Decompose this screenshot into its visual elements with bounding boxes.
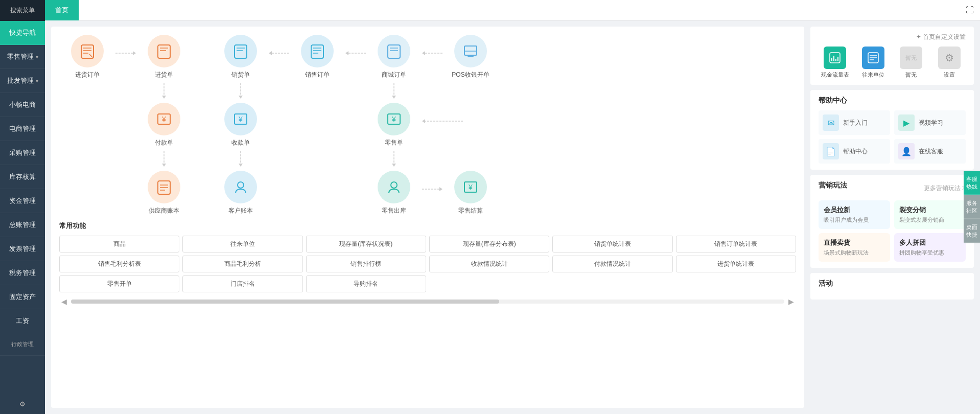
sidebar-nav-item[interactable]: 快捷导航 — [0, 21, 45, 45]
help-center: 帮助中心 ✉ 新手入门 ▶ 视频学习 📄 帮助中心 👤 在线客服 — [810, 90, 974, 170]
beginner-icon: ✉ — [823, 114, 839, 131]
video-icon: ▶ — [898, 114, 915, 131]
sidebar-item-purchase[interactable]: 采购管理 — [0, 141, 45, 165]
node-sales-order[interactable]: 销售订单 — [289, 35, 345, 79]
shortcut-parties[interactable]: 往来单位 — [857, 47, 890, 79]
func-btn-store-rank[interactable]: 门店排名 — [182, 275, 302, 292]
node-purchase-bill[interactable]: 进货单 — [136, 35, 192, 79]
func-btn-goods[interactable]: 商品 — [59, 236, 179, 252]
node-receipt[interactable]: ¥ 收款单 — [213, 103, 269, 147]
func-btn-sales-stat[interactable]: 销货单统计表 — [552, 236, 672, 252]
sidebar-item-ecommerce-small[interactable]: 小畅电商 — [0, 93, 45, 117]
node-payment[interactable]: ¥ 付款单 — [136, 103, 192, 147]
sidebar-item-wholesale[interactable]: 批发管理▾ — [0, 69, 45, 93]
arrow-left-2 — [345, 49, 366, 57]
quick-shortcuts: ✦ 首页自定义设置 现金流量表 往来单位 暂无 — [810, 27, 974, 85]
node-purchase-order[interactable]: 进货订单 — [59, 35, 115, 79]
floating-buttons: 客服热线 服务社区 桌面快捷 — [964, 171, 980, 243]
shortcut-settings[interactable]: ⚙ 设置 — [933, 47, 966, 79]
sidebar-item-finance[interactable]: 资金管理 — [0, 189, 45, 213]
func-btn-sales-rank[interactable]: 销售排行榜 — [306, 256, 426, 272]
more-marketing-link[interactable]: 更多营销玩法 > — [924, 184, 966, 193]
node-retail-order[interactable]: ¥ 零售单 — [366, 103, 422, 147]
shortcut-none[interactable]: 暂无 暂无 — [895, 47, 928, 79]
svg-marker-41 — [422, 119, 425, 123]
sidebar-item-retail[interactable]: 零售管理▾ — [0, 45, 45, 69]
svg-text:¥: ¥ — [238, 115, 243, 123]
func-btn-guide-rank[interactable]: 导购排名 — [306, 275, 426, 292]
node-customer-account[interactable]: 客户账本 — [213, 171, 269, 215]
help-item-video[interactable]: ▶ 视频学习 — [894, 110, 966, 135]
left-panel: 进货订单 进货单 — [51, 27, 804, 408]
help-item-beginner[interactable]: ✉ 新手入门 — [819, 110, 890, 135]
help-item-chat[interactable]: 👤 在线客服 — [894, 139, 966, 164]
parties-icon — [862, 47, 884, 69]
marketing-item-group[interactable]: 多人拼团 拼团购物享受优惠 — [894, 233, 966, 262]
chevron-down-icon: ▾ — [36, 78, 38, 84]
scroll-left-arrow[interactable]: ◀ — [59, 296, 69, 307]
topbar: 首页 ⛶ — [45, 0, 980, 20]
svg-rect-20 — [388, 45, 400, 58]
node-pos[interactable]: POS收银开单 — [442, 35, 499, 79]
marketing-section: 营销玩法 更多营销玩法 > 会员拉新 吸引用户成为会员 裂变分销 裂变式发展分销… — [810, 175, 974, 268]
svg-point-53 — [391, 182, 397, 188]
marketing-header: 营销玩法 更多营销玩法 > — [819, 181, 966, 195]
sidebar-item-assets[interactable]: 固定资产 — [0, 285, 45, 309]
func-btn-payment-stat[interactable]: 付款情况统计 — [552, 256, 672, 272]
shortcuts-header: ✦ 首页自定义设置 — [819, 33, 966, 41]
sidebar-item-salary[interactable]: 工资 — [0, 309, 45, 333]
scroll-right-arrow[interactable]: ▶ — [786, 296, 796, 307]
node-mall-order[interactable]: 商城订单 — [366, 35, 422, 79]
svg-marker-45 — [239, 164, 243, 167]
func-btn-retail-order[interactable]: 零售开单 — [59, 275, 179, 292]
marketing-item-member[interactable]: 会员拉新 吸引用户成为会员 — [819, 200, 890, 229]
scrollbar[interactable]: ◀ ▶ — [59, 296, 796, 307]
func-btn-parties[interactable]: 往来单位 — [182, 236, 302, 252]
sidebar-item-unknown[interactable]: 行政管理 — [0, 333, 45, 356]
sidebar-item-inventory[interactable]: 库存核算 — [0, 165, 45, 189]
activity-title: 活动 — [819, 279, 966, 288]
func-btn-inventory-status[interactable]: 现存量(库存状况表) — [306, 236, 426, 252]
sidebar-settings[interactable]: ⚙ — [0, 394, 45, 414]
main-area: 进货订单 进货单 — [45, 20, 980, 414]
marketing-item-live[interactable]: 直播卖货 场景式购物新玩法 — [819, 233, 890, 262]
flow-diagram: 进货订单 进货单 — [59, 35, 796, 219]
float-btn-community[interactable]: 服务社区 — [964, 195, 980, 219]
svg-marker-47 — [392, 164, 396, 167]
scroll-track[interactable] — [71, 300, 784, 304]
func-grid-2: 销售毛利分析表 商品毛利分析 销售排行榜 收款情况统计 付款情况统计 进货单统计… — [59, 256, 796, 272]
help-icon: 📄 — [823, 143, 839, 159]
fullscreen-button[interactable]: ⛶ — [966, 6, 974, 15]
func-btn-inventory-dist[interactable]: 现存量(库存分布表) — [429, 236, 549, 252]
sidebar-item-invoice[interactable]: 发票管理 — [0, 237, 45, 261]
sidebar-search[interactable]: 搜索菜单 — [0, 0, 45, 21]
customize-link[interactable]: ✦ 首页自定义设置 — [916, 33, 966, 41]
arrow-right-1 — [115, 49, 136, 57]
svg-marker-33 — [392, 96, 396, 99]
node-sales-bill[interactable]: 销货单 — [213, 35, 269, 79]
sidebar-item-ledger[interactable]: 总账管理 — [0, 213, 45, 237]
func-btn-sales-profit[interactable]: 销售毛利分析表 — [59, 256, 179, 272]
svg-point-52 — [238, 182, 244, 188]
func-btn-receipt-stat[interactable]: 收款情况统计 — [429, 256, 549, 272]
node-retail-outbound[interactable]: 零售出库 — [366, 171, 422, 215]
marketing-item-split[interactable]: 裂变分销 裂变式发展分销商 — [894, 200, 966, 229]
shortcut-cashflow[interactable]: 现金流量表 — [819, 47, 852, 79]
common-functions-title: 常用功能 — [59, 221, 796, 231]
marketing-grid: 会员拉新 吸引用户成为会员 裂变分销 裂变式发展分销商 直播卖货 场景式购物新玩… — [819, 200, 966, 262]
float-btn-desktop[interactable]: 桌面快捷 — [964, 219, 980, 243]
svg-rect-9 — [235, 45, 247, 58]
func-grid-3: 零售开单 门店排名 导购排名 — [59, 275, 796, 292]
float-btn-customer-service[interactable]: 客服热线 — [964, 171, 980, 195]
svg-marker-29 — [162, 96, 166, 99]
sidebar-item-ecommerce[interactable]: 电商管理 — [0, 117, 45, 141]
func-btn-goods-profit[interactable]: 商品毛利分析 — [182, 256, 302, 272]
node-supplier-account[interactable]: 供应商账本 — [136, 171, 192, 215]
help-item-help[interactable]: 📄 帮助中心 — [819, 139, 890, 164]
svg-marker-19 — [345, 51, 348, 55]
sidebar-item-tax[interactable]: 税务管理 — [0, 261, 45, 285]
tab-home[interactable]: 首页 — [45, 0, 79, 20]
func-btn-purchase-stat[interactable]: 进货单统计表 — [676, 256, 796, 272]
func-btn-sales-order-stat[interactable]: 销售订单统计表 — [676, 236, 796, 252]
node-retail-checkout[interactable]: ¥ 零售结算 — [442, 171, 499, 215]
